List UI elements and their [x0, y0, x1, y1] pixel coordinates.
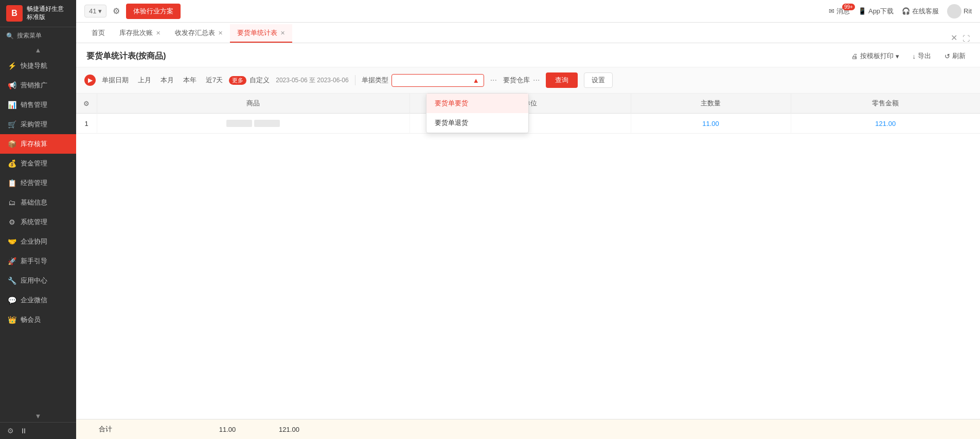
main-content: 41 ▾ ⚙ 体验行业方案 ✉ 消息 99+ 📱 App下载 🎧 在线客服 R	[76, 0, 980, 439]
quick-nav-icon: ⚡	[7, 61, 16, 70]
page-content: 要货单统计表(按商品) 🖨 按模板打印 ▾ ↓ 导出 ↺ 刷新 ▶	[76, 43, 980, 439]
trial-button[interactable]: 体验行业方案	[126, 4, 181, 19]
header-settings-icon[interactable]: ⚙	[113, 6, 120, 16]
top-header-left: 41 ▾ ⚙ 体验行业方案	[84, 4, 181, 19]
tab-home[interactable]: 首页	[84, 24, 112, 43]
sidebar-item-enterprise-label: 企业协同	[21, 237, 47, 246]
sidebar-item-purchase[interactable]: 🛒 采购管理	[0, 115, 76, 134]
filter-type-label: 单据类型	[362, 76, 388, 85]
filter-type-chevron-icon: ▲	[473, 77, 479, 84]
table-col-amount: 零售金额	[791, 94, 980, 114]
tab-expand-button[interactable]: ⛶	[960, 34, 972, 43]
app-download-area[interactable]: 📱 App下载	[858, 7, 894, 16]
tab-inventory-batch[interactable]: 库存批次账 ✕	[112, 24, 168, 43]
sidebar-item-basic-info-label: 基础信息	[21, 198, 47, 207]
sidebar-item-finance[interactable]: 💰 资金管理	[0, 154, 76, 173]
type-dropdown: 要货单要货 要货单退货	[426, 93, 529, 133]
message-area[interactable]: ✉ 消息 99+	[829, 7, 850, 16]
sidebar-search[interactable]: 🔍 搜索菜单	[0, 27, 76, 44]
sidebar-item-enterprise-wechat-label: 企业微信	[21, 296, 47, 305]
store-selector[interactable]: 41 ▾	[84, 5, 106, 17]
sidebar-item-quick-nav[interactable]: ⚡ 快捷导航	[0, 56, 76, 76]
date-btn-last-month[interactable]: 上月	[135, 75, 154, 86]
sidebar-pause-icon[interactable]: ⏸	[20, 427, 27, 435]
inventory-icon: 📦	[7, 139, 16, 149]
product-placeholder-1	[226, 120, 252, 127]
sidebar-item-operations-label: 经营管理	[21, 178, 47, 188]
chevron-down-icon: ▾	[98, 7, 102, 15]
filter-type-select[interactable]: ▲	[391, 74, 484, 87]
tab-home-label: 首页	[92, 28, 105, 38]
tab-order-stats-close[interactable]: ✕	[280, 30, 285, 36]
date-btn-7days[interactable]: 近7天	[203, 75, 226, 86]
footer-total-amount: 121.00	[258, 426, 320, 433]
basic-info-icon: 🗂	[7, 198, 16, 207]
customer-service-area[interactable]: 🎧 在线客服	[902, 7, 939, 16]
sidebar-scroll-up[interactable]: ▲	[0, 44, 76, 56]
logo-text-area: 畅捷通好生意 标准版	[27, 5, 64, 21]
date-btn-more[interactable]: 更多	[229, 76, 246, 85]
filter-more-options-button[interactable]: ···	[490, 76, 497, 85]
filter-warehouse-area: 要货仓库 ···	[503, 76, 540, 85]
sidebar-logo: B 畅捷通好生意 标准版	[0, 0, 76, 27]
sidebar-nav: ⚡ 快捷导航 📢 营销推广 📊 销售管理 🛒 采购管理 📦 库存核算 💰 资金管…	[0, 56, 76, 410]
table-cell-product	[97, 114, 410, 134]
user-area[interactable]: Rit	[947, 4, 972, 19]
print-template-button[interactable]: 🖨 按模板打印 ▾	[847, 49, 903, 63]
enterprise-icon: 🤝	[7, 237, 16, 246]
table-col-quantity: 主数量	[631, 94, 791, 114]
print-template-label: 按模板打印	[860, 51, 894, 61]
dropdown-item-order-goods[interactable]: 要货单要货	[426, 94, 528, 113]
filter-expand-button[interactable]: ▶	[84, 75, 96, 86]
members-icon: 👑	[7, 315, 16, 324]
message-icon: ✉	[829, 7, 834, 15]
sidebar-item-system-label: 系统管理	[21, 217, 47, 227]
sidebar-settings-icon[interactable]: ⚙	[7, 427, 14, 435]
filter-type-area: 单据类型 ▲	[362, 74, 484, 87]
tab-receipt-summary-close[interactable]: ✕	[218, 30, 223, 36]
export-button[interactable]: ↓ 导出	[908, 49, 936, 63]
dropdown-item-order-return[interactable]: 要货单退货	[426, 113, 528, 133]
footer-total-quantity: 11.00	[197, 426, 258, 433]
table-wrapper: ⚙ 商品 主计量单位 主数量 零售金额 1	[76, 94, 980, 419]
date-btn-this-year[interactable]: 本年	[180, 75, 200, 86]
sidebar-item-operations[interactable]: 📋 经营管理	[0, 173, 76, 193]
table-footer: 合计 11.00 121.00	[76, 419, 980, 439]
table-cell-amount: 121.00	[791, 114, 980, 134]
filter-query-button[interactable]: 查询	[546, 72, 578, 88]
date-btn-custom[interactable]: 自定义	[250, 76, 270, 85]
tab-order-stats[interactable]: 要货单统计表 ✕	[230, 24, 292, 43]
sidebar-item-enterprise-wechat[interactable]: 💬 企业微信	[0, 290, 76, 310]
sidebar-item-sales[interactable]: 📊 销售管理	[0, 95, 76, 115]
filter-date-label: 单据日期	[102, 76, 129, 85]
system-icon: ⚙	[7, 217, 16, 227]
export-icon: ↓	[913, 52, 916, 60]
sidebar-item-app-center[interactable]: 🔧 应用中心	[0, 271, 76, 290]
filter-settings-button[interactable]: 设置	[584, 72, 613, 88]
sidebar-scroll-down[interactable]: ▼	[0, 410, 76, 422]
product-placeholder-2	[254, 120, 280, 127]
tab-bar: 首页 库存批次账 ✕ 收发存汇总表 ✕ 要货单统计表 ✕ ✕ ⛶	[76, 23, 980, 43]
sidebar-item-quick-nav-label: 快捷导航	[21, 61, 47, 70]
store-number: 41	[89, 7, 96, 15]
sidebar-item-basic-info[interactable]: 🗂 基础信息	[0, 193, 76, 212]
top-header: 41 ▾ ⚙ 体验行业方案 ✉ 消息 99+ 📱 App下载 🎧 在线客服 R	[76, 0, 980, 23]
print-chevron-icon: ▾	[896, 52, 899, 60]
tab-new-button[interactable]: ✕	[948, 33, 960, 43]
sidebar-item-system[interactable]: ⚙ 系统管理	[0, 212, 76, 232]
tab-receipt-summary[interactable]: 收发存汇总表 ✕	[168, 24, 230, 43]
sidebar-item-members[interactable]: 👑 畅会员	[0, 310, 76, 330]
refresh-button[interactable]: ↺ 刷新	[940, 49, 970, 63]
sidebar-item-marketing[interactable]: 📢 营销推广	[0, 76, 76, 95]
table-cell-seq: 1	[76, 114, 97, 134]
sidebar-item-guide[interactable]: 🚀 新手引导	[0, 251, 76, 271]
sidebar-item-enterprise[interactable]: 🤝 企业协同	[0, 232, 76, 251]
tab-receipt-summary-label: 收发存汇总表	[175, 28, 215, 38]
sidebar-item-inventory[interactable]: 📦 库存核算	[0, 134, 76, 154]
sidebar-item-guide-label: 新手引导	[21, 257, 47, 266]
filter-warehouse-more-icon[interactable]: ···	[533, 76, 540, 85]
tab-inventory-batch-close[interactable]: ✕	[156, 30, 161, 36]
table-settings-icon[interactable]: ⚙	[83, 100, 90, 107]
date-btn-this-month[interactable]: 本月	[157, 75, 177, 86]
sales-icon: 📊	[7, 100, 16, 109]
